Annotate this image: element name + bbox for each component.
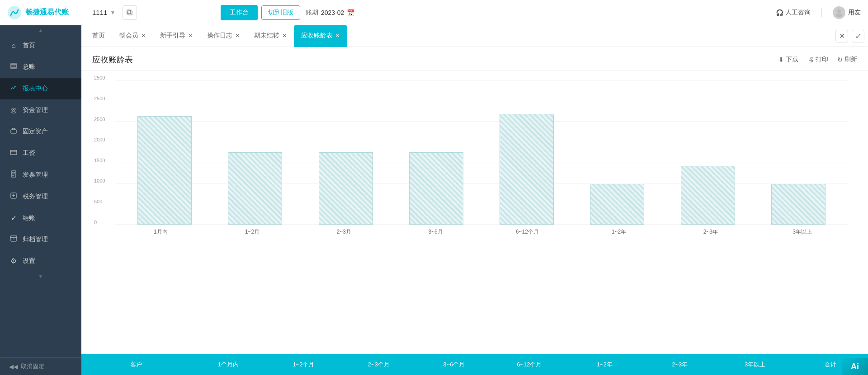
cancel-fixed-button[interactable]: ◀◀ 取消固定 bbox=[0, 358, 81, 375]
tab-ar-aging[interactable]: 应收账龄表 ✕ bbox=[294, 25, 347, 47]
sidebar-item-tax[interactable]: 税务管理 bbox=[0, 186, 81, 207]
bar bbox=[590, 184, 644, 225]
y-label: 1000 bbox=[94, 178, 105, 183]
x-label: 1月内 bbox=[115, 228, 207, 236]
tabs-actions: ✕ ⤢ bbox=[835, 30, 864, 42]
svg-point-4 bbox=[836, 14, 842, 17]
download-icon: ⬇ bbox=[778, 56, 784, 63]
print-button[interactable]: 🖨 打印 bbox=[807, 56, 828, 64]
y-label: 2500 bbox=[94, 96, 105, 101]
svg-rect-2 bbox=[127, 10, 131, 14]
tab-label: 新手引导 bbox=[160, 32, 185, 40]
salary-svg-icon bbox=[10, 149, 17, 156]
sidebar-item-label: 发票管理 bbox=[23, 171, 48, 179]
user-area[interactable]: 用友 bbox=[833, 6, 861, 19]
bar bbox=[228, 152, 282, 225]
bar-group-1-2year bbox=[572, 184, 662, 225]
tab-guide[interactable]: 新手引导 ✕ bbox=[153, 25, 200, 47]
sidebar-item-label: 固定资产 bbox=[23, 127, 48, 136]
tab-close-icon[interactable]: ✕ bbox=[141, 33, 146, 38]
sidebar-item-label: 总账 bbox=[23, 63, 35, 71]
x-label: 1~2年 bbox=[573, 228, 665, 236]
calendar-icon[interactable]: 📅 bbox=[347, 9, 354, 16]
tax-svg-icon bbox=[10, 192, 17, 199]
invoice-svg-icon bbox=[10, 170, 17, 178]
sidebar-bottom: ◀◀ 取消固定 bbox=[0, 357, 81, 375]
tab-home[interactable]: 首页 bbox=[85, 25, 112, 47]
bar bbox=[500, 114, 554, 225]
table-col-1-2year: 1~2年 bbox=[567, 361, 642, 369]
svg-rect-1 bbox=[128, 11, 132, 15]
content-area: 首页 畅会员 ✕ 新手引导 ✕ 操作日志 ✕ 期末结转 ✕ 应收账龄表 ✕ bbox=[81, 25, 868, 375]
download-button[interactable]: ⬇ 下载 bbox=[778, 56, 798, 64]
sidebar-item-settings[interactable]: ⚙ 设置 bbox=[0, 250, 81, 272]
archive-icon bbox=[9, 235, 18, 244]
bar-group-2-3month bbox=[301, 152, 391, 225]
avatar-icon bbox=[835, 8, 844, 17]
sidebar-item-label: 工资 bbox=[23, 149, 35, 157]
tab-close-all-button[interactable]: ✕ bbox=[835, 30, 848, 42]
sidebar-item-ledger[interactable]: 总账 bbox=[0, 56, 81, 78]
logo-text: 畅捷通易代账 bbox=[25, 8, 69, 17]
sidebar-item-home[interactable]: ⌂ 首页 bbox=[0, 35, 81, 56]
sidebar-item-reports[interactable]: 报表中心 bbox=[0, 78, 81, 99]
top-header: 畅捷通易代账 1111 ▼ 工作台 切到旧版 账期 2023-02 📅 🎧 人工… bbox=[0, 0, 868, 25]
x-label: 1~2月 bbox=[207, 228, 298, 236]
sidebar-item-label: 首页 bbox=[23, 42, 35, 50]
sidebar-scroll-up[interactable]: ▲ bbox=[0, 25, 81, 35]
consult-label: 人工咨询 bbox=[785, 9, 811, 17]
x-label: 2~3年 bbox=[665, 228, 757, 236]
sidebar-item-assets[interactable]: 固定资产 bbox=[0, 121, 81, 142]
funds-icon: ◎ bbox=[9, 106, 18, 114]
table-col-6-12month: 6~12个月 bbox=[492, 361, 567, 369]
bar bbox=[137, 116, 192, 225]
tabs-bar: 首页 畅会员 ✕ 新手引导 ✕ 操作日志 ✕ 期末结转 ✕ 应收账龄表 ✕ bbox=[81, 25, 868, 47]
table-col-3year-plus: 3年以上 bbox=[717, 361, 793, 369]
chart-container: 2500 2500 2500 2000 1500 1000 500 0 bbox=[81, 71, 868, 354]
switch-old-button[interactable]: 切到旧版 bbox=[261, 5, 300, 20]
invoice-icon bbox=[9, 170, 18, 179]
bar-group-1-2month bbox=[210, 152, 300, 225]
logo-area: 畅捷通易代账 bbox=[7, 5, 89, 20]
bar bbox=[319, 152, 373, 225]
x-label: 2~3月 bbox=[298, 228, 390, 236]
header-right: 🎧 人工咨询 用友 bbox=[776, 6, 861, 19]
bar-chart: 2500 2500 2500 2000 1500 1000 500 0 bbox=[92, 80, 857, 243]
print-icon: 🖨 bbox=[807, 56, 814, 63]
table-col-3-6month: 3~6个月 bbox=[416, 361, 491, 369]
tab-close-icon[interactable]: ✕ bbox=[235, 33, 240, 38]
tab-close-icon[interactable]: ✕ bbox=[335, 33, 340, 38]
bar-group-3year-plus bbox=[753, 184, 844, 225]
sidebar-item-salary[interactable]: 工资 bbox=[0, 142, 81, 164]
reports-svg-icon bbox=[10, 84, 17, 91]
pin-icon: ◀◀ bbox=[9, 363, 18, 370]
sidebar-scroll-down[interactable]: ▼ bbox=[0, 272, 81, 281]
tab-oplog[interactable]: 操作日志 ✕ bbox=[200, 25, 247, 47]
ai-badge[interactable]: Ai bbox=[842, 358, 868, 375]
sidebar-item-funds[interactable]: ◎ 资金管理 bbox=[0, 99, 81, 121]
dropdown-arrow-icon: ▼ bbox=[110, 9, 115, 16]
x-axis: 1月内 1~2月 2~3月 3~6月 6~12个月 1~2年 2~3年 3年以上 bbox=[115, 225, 848, 243]
refresh-button[interactable]: ↻ 刷新 bbox=[837, 56, 857, 64]
tab-period-end[interactable]: 期末结转 ✕ bbox=[247, 25, 294, 47]
archive-svg-icon bbox=[10, 235, 17, 242]
header-divider bbox=[821, 8, 822, 17]
tab-close-icon[interactable]: ✕ bbox=[282, 33, 287, 38]
sidebar-item-invoice[interactable]: 发票管理 bbox=[0, 164, 81, 186]
y-label: 2500 bbox=[94, 117, 105, 122]
sidebar-item-checkout[interactable]: ✓ 结账 bbox=[0, 207, 81, 229]
tab-member[interactable]: 畅会员 ✕ bbox=[112, 25, 153, 47]
copy-icon-button[interactable] bbox=[123, 5, 137, 20]
tab-close-icon[interactable]: ✕ bbox=[188, 33, 193, 38]
bar-group-3-6month bbox=[391, 152, 481, 225]
workbench-button[interactable]: 工作台 bbox=[221, 5, 258, 20]
sidebar-item-label: 资金管理 bbox=[23, 106, 48, 114]
consult-button[interactable]: 🎧 人工咨询 bbox=[776, 9, 811, 17]
refresh-icon: ↻ bbox=[837, 56, 843, 63]
sidebar-item-label: 归档管理 bbox=[23, 235, 48, 244]
company-selector[interactable]: 1111 ▼ bbox=[89, 7, 119, 18]
tab-expand-button[interactable]: ⤢ bbox=[852, 30, 864, 42]
download-label: 下载 bbox=[786, 56, 798, 64]
print-label: 打印 bbox=[816, 56, 828, 64]
sidebar-item-archive[interactable]: 归档管理 bbox=[0, 229, 81, 250]
